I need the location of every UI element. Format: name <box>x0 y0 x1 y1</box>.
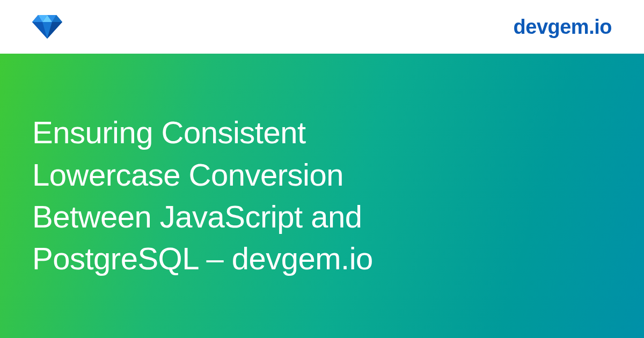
page-title: Ensuring Consistent Lowercase Conversion… <box>32 112 440 280</box>
brand-label: devgem.io <box>514 16 612 39</box>
header-bar: devgem.io <box>0 0 644 54</box>
hero-section: Ensuring Consistent Lowercase Conversion… <box>0 54 644 338</box>
gem-icon <box>32 12 62 42</box>
